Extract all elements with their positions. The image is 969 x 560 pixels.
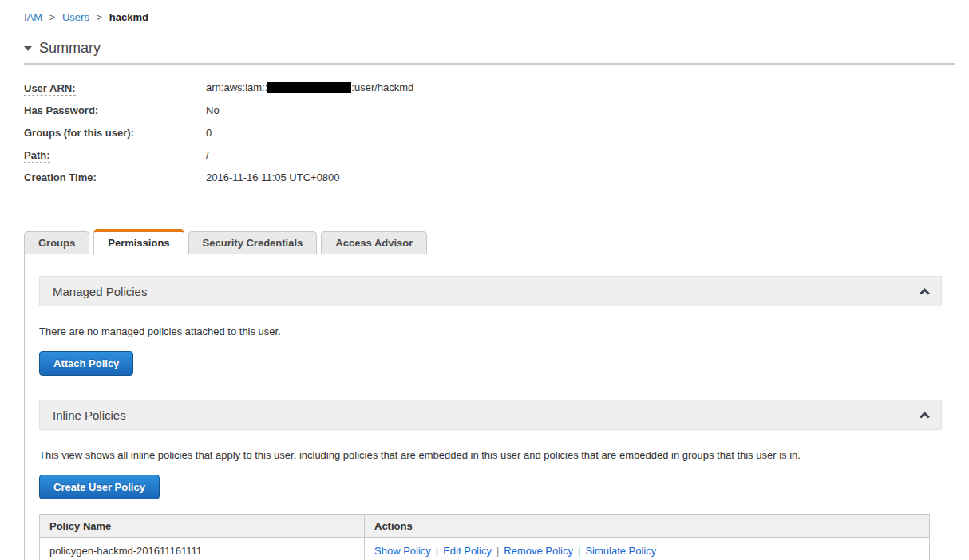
summary-row-has-password: Has Password: No xyxy=(24,99,956,121)
column-header-actions: Actions xyxy=(365,515,930,538)
summary-row-user-arn: User ARN: arn:aws:iam:::user/hackmd xyxy=(24,77,956,99)
managed-policies-empty-text: There are no managed policies attached t… xyxy=(39,325,942,337)
summary-divider xyxy=(24,63,955,65)
policy-name-cell: policygen-hackmd-201611161111 xyxy=(40,538,365,560)
breadcrumb-separator: > xyxy=(97,11,103,23)
breadcrumb-link-iam[interactable]: IAM xyxy=(24,11,42,23)
action-separator: | xyxy=(436,545,438,557)
summary-label: Groups (for this user): xyxy=(24,127,206,139)
inline-policies-header: Inline Policies xyxy=(39,400,942,430)
creation-time-value: 2016-11-16 11:05 UTC+0800 xyxy=(206,172,340,183)
policy-actions-cell: Show Policy|Edit Policy|Remove Policy|Si… xyxy=(365,538,930,560)
summary-label: Has Password: xyxy=(24,105,206,116)
column-header-policy-name: Policy Name xyxy=(40,515,365,538)
breadcrumb-separator: > xyxy=(49,11,56,23)
redacted-account-id xyxy=(267,82,351,93)
breadcrumb-link-users[interactable]: Users xyxy=(62,11,89,23)
breadcrumb-current-user: hackmd xyxy=(109,11,148,23)
inline-policies-title: Inline Policies xyxy=(53,408,126,422)
has-password-value: No xyxy=(206,105,220,116)
summary-label: Path: xyxy=(24,149,206,161)
remove-policy-link[interactable]: Remove Policy xyxy=(504,545,573,557)
user-arn-value: arn:aws:iam:::user/hackmd xyxy=(206,81,413,94)
summary-header[interactable]: Summary xyxy=(24,40,956,57)
breadcrumb: IAM > Users > hackmd xyxy=(24,11,956,23)
inline-policies-description: This view shows all inline policies that… xyxy=(39,449,942,461)
tab-bar: Groups Permissions Security Credentials … xyxy=(24,229,956,254)
path-value: / xyxy=(206,149,209,161)
summary-row-groups: Groups (for this user): 0 xyxy=(24,121,956,144)
tab-access-advisor[interactable]: Access Advisor xyxy=(321,231,427,254)
triangle-down-icon[interactable] xyxy=(24,46,32,51)
table-header-row: Policy Name Actions xyxy=(40,515,930,538)
managed-policies-title: Managed Policies xyxy=(53,285,147,298)
create-user-policy-button[interactable]: Create User Policy xyxy=(39,475,160,499)
simulate-policy-link[interactable]: Simulate Policy xyxy=(585,545,656,557)
summary-grid: User ARN: arn:aws:iam:::user/hackmd Has … xyxy=(24,77,956,188)
chevron-up-icon[interactable] xyxy=(920,412,930,422)
action-separator: | xyxy=(496,545,499,557)
managed-policies-header: Managed Policies xyxy=(39,276,942,306)
chevron-up-icon[interactable] xyxy=(920,288,930,298)
summary-title: Summary xyxy=(39,40,101,57)
tab-permissions[interactable]: Permissions xyxy=(93,229,184,255)
summary-row-path: Path: / xyxy=(24,144,956,166)
summary-label: User ARN: xyxy=(24,82,206,94)
tab-groups[interactable]: Groups xyxy=(24,231,89,254)
action-separator: | xyxy=(578,545,580,557)
summary-label: Creation Time: xyxy=(24,172,206,183)
attach-policy-button[interactable]: Attach Policy xyxy=(39,351,133,376)
table-row: policygen-hackmd-201611161111 Show Polic… xyxy=(40,538,930,560)
permissions-tab-panel: Managed Policies There are no managed po… xyxy=(24,254,955,560)
tab-security-credentials[interactable]: Security Credentials xyxy=(188,231,318,254)
edit-policy-link[interactable]: Edit Policy xyxy=(443,545,492,557)
groups-count-value: 0 xyxy=(206,127,212,139)
iam-user-detail-page: IAM > Users > hackmd Summary User ARN: a… xyxy=(0,0,969,560)
show-policy-link[interactable]: Show Policy xyxy=(374,545,431,557)
section-gap xyxy=(39,376,942,400)
summary-row-creation-time: Creation Time: 2016-11-16 11:05 UTC+0800 xyxy=(24,166,956,188)
inline-policies-table: Policy Name Actions policygen-hackmd-201… xyxy=(39,514,930,560)
